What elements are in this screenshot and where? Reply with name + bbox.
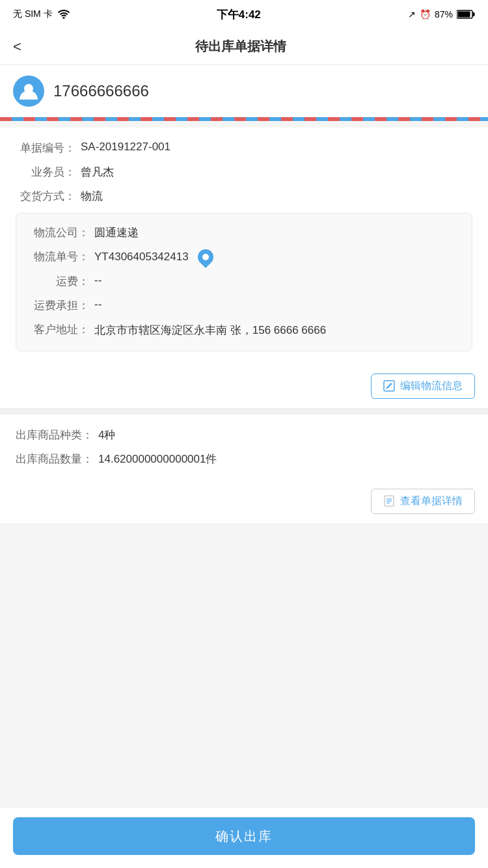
confirm-button[interactable]: 确认出库: [13, 817, 475, 855]
stock-types-value: 4种: [98, 427, 115, 442]
user-header: 17666666666: [0, 65, 488, 117]
address-label: 客户地址：: [29, 322, 94, 337]
basic-info-section: 单据编号： SA-20191227-001 业务员： 曾凡杰 交货方式： 物流 …: [0, 128, 488, 364]
document-icon: [383, 495, 395, 507]
freight-label: 运费：: [29, 274, 94, 289]
edit-icon: [383, 380, 395, 392]
order-no-value: SA-20191227-001: [81, 141, 472, 154]
salesman-row: 业务员： 曾凡杰: [16, 165, 472, 180]
nav-bar: < 待出库单据详情: [0, 29, 488, 65]
edit-logistics-section: 编辑物流信息: [0, 364, 488, 408]
freight-value: --: [94, 274, 459, 287]
dashed-divider: [0, 117, 488, 121]
logistics-card: 物流公司： 圆通速递 物流单号： YT4306405342413 运费： -- …: [16, 213, 472, 351]
wifi-icon: [58, 10, 70, 19]
status-right: ↗ ⏰ 87%: [408, 9, 475, 20]
svg-rect-2: [457, 12, 470, 18]
stock-quantity-label: 出库商品数量：: [16, 452, 98, 467]
battery-text: 87%: [435, 9, 453, 20]
status-bar: 无 SIM 卡 下午4:42 ↗ ⏰ 87%: [0, 0, 488, 29]
edit-logistics-button[interactable]: 编辑物流信息: [371, 373, 475, 399]
status-time: 下午4:42: [217, 7, 261, 22]
avatar: [13, 75, 44, 107]
logistics-tracking-label: 物流单号：: [29, 249, 94, 264]
location-pin-icon: [195, 246, 217, 268]
freight-bearer-value: --: [94, 298, 459, 311]
stock-types-label: 出库商品种类：: [16, 427, 98, 442]
order-no-label: 单据编号：: [16, 141, 81, 156]
freight-row: 运费： --: [29, 274, 459, 289]
svg-rect-4: [384, 381, 394, 391]
logistics-company-value: 圆通速递: [94, 225, 459, 240]
delivery-label: 交货方式：: [16, 189, 81, 204]
location-icon: ↗: [408, 9, 416, 20]
address-value: 北京市市辖区海淀区永丰南 张，156 6666 6666: [94, 322, 459, 339]
delivery-value: 物流: [81, 189, 472, 204]
alarm-icon: ⏰: [420, 9, 431, 20]
carrier-text: 无 SIM 卡: [13, 8, 53, 20]
address-row: 客户地址： 北京市市辖区海淀区永丰南 张，156 6666 6666: [29, 322, 459, 339]
delivery-row: 交货方式： 物流: [16, 189, 472, 204]
view-detail-button[interactable]: 查看单据详情: [371, 489, 475, 514]
confirm-section: 确认出库: [0, 808, 488, 868]
logistics-tracking-row: 物流单号： YT4306405342413: [29, 249, 459, 265]
svg-rect-1: [472, 12, 474, 16]
user-phone: 17666666666: [53, 82, 149, 100]
salesman-value: 曾凡杰: [81, 165, 472, 180]
logistics-company-label: 物流公司：: [29, 225, 94, 240]
stock-quantity-row: 出库商品数量： 14.620000000000001件: [16, 452, 472, 467]
stock-quantity-value: 14.620000000000001件: [98, 452, 217, 467]
section-divider: [0, 408, 488, 414]
logistics-tracking-value: YT4306405342413: [94, 249, 459, 265]
empty-space: [0, 523, 488, 653]
logistics-company-row: 物流公司： 圆通速递: [29, 225, 459, 240]
salesman-label: 业务员：: [16, 165, 81, 180]
view-detail-section: 查看单据详情: [0, 480, 488, 523]
freight-bearer-label: 运费承担：: [29, 298, 94, 313]
back-button[interactable]: <: [13, 38, 21, 55]
status-left: 无 SIM 卡: [13, 8, 70, 20]
page-title: 待出库单据详情: [32, 38, 450, 55]
freight-bearer-row: 运费承担： --: [29, 298, 459, 313]
order-no-row: 单据编号： SA-20191227-001: [16, 141, 472, 156]
stock-section: 出库商品种类： 4种 出库商品数量： 14.620000000000001件: [0, 414, 488, 480]
stock-types-row: 出库商品种类： 4种: [16, 427, 472, 442]
battery-icon: [457, 10, 475, 19]
